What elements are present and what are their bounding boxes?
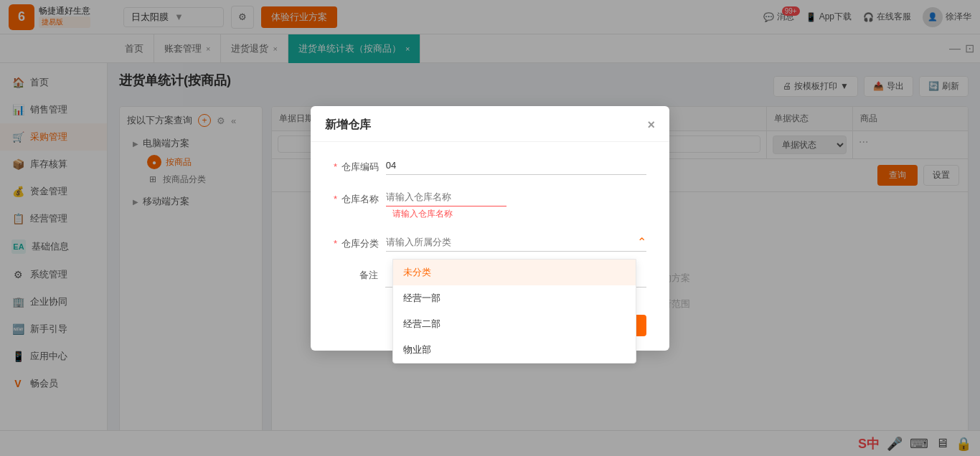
warehouse-name-input[interactable] (386, 188, 507, 206)
name-input-wrapper (386, 188, 646, 206)
form-row-category: * 仓库分类 ⌃ 未分类 经营一部 经营二部 物业部 (334, 233, 646, 252)
dropdown-item-unclassified[interactable]: 未分类 (393, 260, 636, 285)
modal-add-warehouse: 新增仓库 × * 仓库编码 * 仓库名称 (311, 106, 669, 351)
modal-title: 新增仓库 (325, 118, 371, 133)
form-row-name: * 仓库名称 请输入仓库名称 (334, 188, 646, 220)
code-label: * 仓库编码 (334, 156, 386, 174)
name-error-msg: 请输入仓库名称 (392, 209, 453, 219)
modal-overlay: 新增仓库 × * 仓库编码 * 仓库名称 (0, 0, 980, 456)
name-error-area: 请输入仓库名称 (334, 208, 453, 220)
category-label: * 仓库分类 (334, 233, 386, 250)
category-input[interactable] (386, 233, 637, 251)
dropdown-item-op3[interactable]: 物业部 (393, 337, 636, 363)
required-star-cat: * (334, 238, 337, 249)
modal-header: 新增仓库 × (311, 106, 669, 142)
form-row-code: * 仓库编码 (334, 156, 646, 175)
name-label: * 仓库名称 (334, 189, 386, 206)
dropdown-toggle-icon[interactable]: ⌃ (637, 235, 646, 249)
category-dropdown-list: 未分类 经营一部 经营二部 物业部 (392, 259, 636, 364)
warehouse-code-input[interactable] (386, 156, 646, 175)
category-input-row: ⌃ (386, 233, 646, 252)
dropdown-item-op2[interactable]: 经营二部 (393, 311, 636, 337)
note-label: 备注 (334, 265, 385, 282)
required-star-name: * (334, 194, 337, 204)
modal-body: * 仓库编码 * 仓库名称 请输入仓库名称 (311, 142, 669, 308)
dropdown-item-op1[interactable]: 经营一部 (393, 285, 636, 311)
modal-close-btn[interactable]: × (647, 118, 655, 133)
required-star: * (334, 161, 337, 172)
